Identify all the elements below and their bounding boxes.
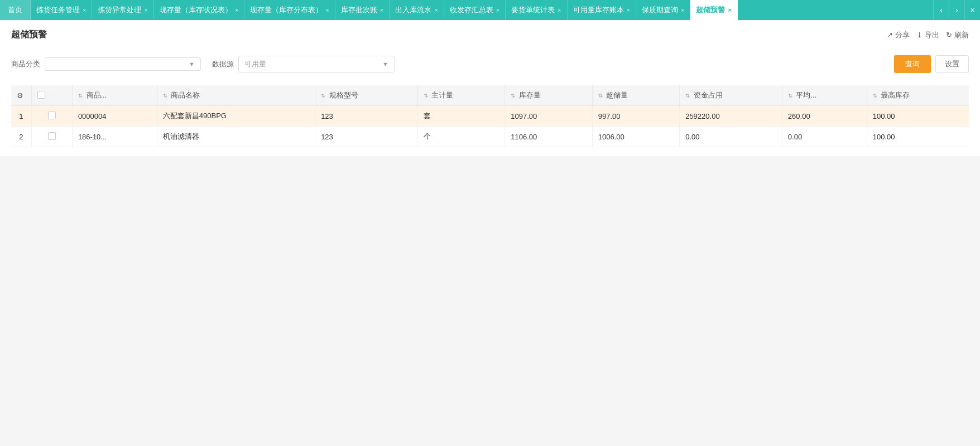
sort-icon-name: ⇅ bbox=[163, 93, 167, 99]
row-capital-1: 259220.00 bbox=[680, 106, 782, 127]
nav-arrow-close[interactable]: × bbox=[964, 0, 980, 20]
data-table: ⚙ ⇅ 商品... ⇅ 商品名称 ⇅ 规格型号 ⇅ bbox=[11, 85, 969, 147]
row-unit-1: 套 bbox=[417, 106, 505, 127]
th-unit[interactable]: ⇅ 主计量 bbox=[417, 85, 505, 106]
row-unit-2: 个 bbox=[417, 127, 505, 147]
th-overstock[interactable]: ⇅ 超储量 bbox=[592, 85, 679, 106]
filter-actions: 查询 设置 bbox=[894, 55, 969, 73]
table-header: ⚙ ⇅ 商品... ⇅ 商品名称 ⇅ 规格型号 ⇅ bbox=[11, 85, 969, 106]
top-nav: 首页 拣货任务管理 × 拣货异常处理 × 现存量（库存状况表） × 现存量（库存… bbox=[0, 0, 980, 20]
sort-icon-unit: ⇅ bbox=[424, 93, 428, 99]
datasource-label: 数据源 bbox=[212, 59, 234, 69]
row-stock-1: 1097.00 bbox=[505, 106, 592, 127]
nav-arrow-left[interactable]: ‹ bbox=[933, 0, 949, 20]
row-spec-1: 123 bbox=[315, 106, 418, 127]
close-tab-7[interactable]: × bbox=[558, 7, 561, 13]
th-spec[interactable]: ⇅ 规格型号 bbox=[315, 85, 418, 106]
nav-tab-2[interactable]: 现存量（库存状况表） × bbox=[154, 0, 244, 20]
page-header: 超储预警 ↗ 分享 ⤓ 导出 ↻ 刷新 bbox=[11, 29, 969, 41]
nav-tab-5[interactable]: 出入库流水 × bbox=[390, 0, 444, 20]
nav-tab-1[interactable]: 拣货异常处理 × bbox=[92, 0, 153, 20]
sort-icon-maxstock: ⇅ bbox=[873, 93, 877, 99]
th-capital[interactable]: ⇅ 资金占用 bbox=[680, 85, 782, 106]
datasource-dropdown-icon: ▼ bbox=[382, 61, 388, 67]
th-maxstock[interactable]: ⇅ 最高库存 bbox=[867, 85, 969, 106]
sort-icon-stock: ⇅ bbox=[511, 93, 515, 99]
sort-icon-overstock: ⇅ bbox=[598, 93, 603, 99]
datasource-select-value: 可用量 bbox=[244, 59, 266, 69]
nav-tab-6[interactable]: 收发存汇总表 × bbox=[444, 0, 506, 20]
category-filter: 商品分类 ▼ bbox=[11, 57, 201, 71]
page-content: 超储预警 ↗ 分享 ⤓ 导出 ↻ 刷新 商品分类 ▼ 数据源 bbox=[0, 20, 980, 156]
row-avg-1: 260.00 bbox=[782, 106, 867, 127]
nav-tab-4[interactable]: 库存批次账 × bbox=[335, 0, 390, 20]
close-tab-1[interactable]: × bbox=[144, 7, 147, 13]
row-code-2: 186-10... bbox=[72, 127, 157, 147]
settings-button[interactable]: 设置 bbox=[935, 55, 969, 73]
category-label: 商品分类 bbox=[11, 59, 40, 69]
th-settings[interactable]: ⚙ bbox=[11, 85, 31, 106]
row-avg-2: 0.00 bbox=[782, 127, 867, 147]
close-tab-9[interactable]: × bbox=[681, 7, 684, 13]
row-code-1: 0000004 bbox=[72, 106, 157, 127]
settings-icon: ⚙ bbox=[17, 91, 23, 100]
th-name[interactable]: ⇅ 商品名称 bbox=[157, 85, 315, 106]
row-name-1: 六配套新昌490BPG bbox=[157, 106, 315, 127]
close-tab-2[interactable]: × bbox=[235, 7, 238, 13]
row-spec-2: 123 bbox=[315, 127, 418, 147]
row-checkbox-1[interactable] bbox=[31, 106, 72, 127]
category-select[interactable]: ▼ bbox=[45, 57, 201, 71]
share-icon: ↗ bbox=[887, 31, 893, 39]
share-button[interactable]: ↗ 分享 bbox=[887, 30, 910, 40]
refresh-button[interactable]: ↻ 刷新 bbox=[946, 30, 969, 40]
row-checkbox-2[interactable] bbox=[31, 127, 72, 147]
th-avg[interactable]: ⇅ 平均... bbox=[782, 85, 867, 106]
nav-home[interactable]: 首页 bbox=[0, 0, 31, 20]
category-dropdown-icon: ▼ bbox=[189, 61, 195, 67]
th-code[interactable]: ⇅ 商品... bbox=[72, 85, 157, 106]
refresh-icon: ↻ bbox=[946, 31, 952, 39]
table-body: 1 0000004 六配套新昌490BPG 123 套 1097.00 997.… bbox=[11, 106, 969, 147]
close-tab-6[interactable]: × bbox=[496, 7, 499, 13]
row-num-1: 1 bbox=[11, 106, 31, 127]
nav-tab-9[interactable]: 保质期查询 × bbox=[636, 0, 690, 20]
close-tab-4[interactable]: × bbox=[380, 7, 383, 13]
nav-tab-7[interactable]: 要货单统计表 × bbox=[506, 0, 567, 20]
row-name-2: 机油滤清器 bbox=[157, 127, 315, 147]
row-num-2: 2 bbox=[11, 127, 31, 147]
nav-arrow-right[interactable]: › bbox=[949, 0, 964, 20]
query-button[interactable]: 查询 bbox=[894, 55, 931, 73]
row-overstock-2: 1006.00 bbox=[592, 127, 679, 147]
export-button[interactable]: ⤓ 导出 bbox=[916, 30, 939, 40]
close-tab-0[interactable]: × bbox=[83, 7, 86, 13]
datasource-select[interactable]: 可用量 ▼ bbox=[238, 56, 395, 72]
row-maxstock-1: 100.00 bbox=[867, 106, 969, 127]
sort-icon-spec: ⇅ bbox=[321, 93, 325, 99]
row-maxstock-2: 100.00 bbox=[867, 127, 969, 147]
select-all-checkbox[interactable] bbox=[37, 91, 45, 99]
sort-icon-capital: ⇅ bbox=[685, 93, 690, 99]
row-stock-2: 1106.00 bbox=[505, 127, 592, 147]
nav-tab-0[interactable]: 拣货任务管理 × bbox=[31, 0, 92, 20]
datasource-filter: 数据源 可用量 ▼ bbox=[212, 56, 395, 72]
nav-tab-8[interactable]: 可用量库存账本 × bbox=[568, 0, 636, 20]
row-overstock-1: 997.00 bbox=[592, 106, 679, 127]
header-actions: ↗ 分享 ⤓ 导出 ↻ 刷新 bbox=[887, 30, 969, 40]
nav-tab-3[interactable]: 现存量（库存分布表） × bbox=[244, 0, 335, 20]
sort-icon-code: ⇅ bbox=[78, 93, 83, 99]
table-row: 1 0000004 六配套新昌490BPG 123 套 1097.00 997.… bbox=[11, 106, 969, 127]
close-tab-10[interactable]: × bbox=[728, 7, 731, 13]
close-tab-3[interactable]: × bbox=[325, 7, 329, 13]
nav-arrows: ‹ › × bbox=[933, 0, 980, 20]
export-icon: ⤓ bbox=[916, 31, 923, 39]
sort-icon-avg: ⇅ bbox=[788, 93, 792, 99]
nav-tab-10[interactable]: 超储预警 × bbox=[690, 0, 737, 20]
th-checkbox[interactable] bbox=[31, 85, 72, 106]
row-capital-2: 0.00 bbox=[680, 127, 782, 147]
th-stock[interactable]: ⇅ 库存量 bbox=[505, 85, 592, 106]
table-row: 2 186-10... 机油滤清器 123 个 1106.00 1006.00 … bbox=[11, 127, 969, 147]
close-tab-8[interactable]: × bbox=[627, 7, 630, 13]
filter-bar: 商品分类 ▼ 数据源 可用量 ▼ 查询 设置 bbox=[11, 50, 969, 79]
close-tab-5[interactable]: × bbox=[434, 7, 438, 13]
page-title: 超储预警 bbox=[11, 29, 47, 41]
